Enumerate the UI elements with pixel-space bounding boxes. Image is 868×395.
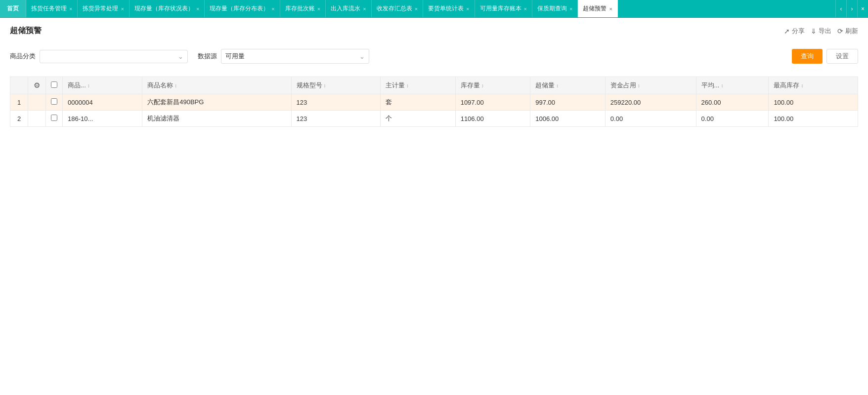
row-product_code-2: 186-10...	[63, 111, 142, 127]
nav-tab-close[interactable]: ×	[569, 6, 572, 12]
row-overstock-1: 997.00	[530, 94, 606, 111]
nav-tab------[interactable]: 库存批次账×	[280, 0, 326, 18]
nav-tab-----[interactable]: 超储预警×	[578, 0, 617, 18]
nav-tab-label: 拣货异常处理	[83, 4, 118, 13]
export-icon: ⇓	[811, 27, 817, 35]
row-checkbox-1[interactable]	[46, 94, 63, 111]
page-header: 超储预警 ➚ 分享 ⇓ 导出 ⟳ 刷新	[10, 26, 858, 36]
nav-tab-----------[interactable]: 现存量（库存状况表）×	[130, 0, 205, 18]
col-num	[10, 77, 28, 94]
col-header-capital[interactable]: 资金占用↕	[605, 77, 696, 94]
nav-tabs: 拣货任务管理×拣货异常处理×现存量（库存状况表）×现存量（库存分布表）×库存批次…	[26, 0, 835, 18]
nav-arrow-left[interactable]: ‹	[835, 0, 846, 18]
nav-tab-label: 要货单统计表	[428, 4, 464, 13]
nav-tab-close[interactable]: ×	[121, 6, 124, 12]
nav-tab-close[interactable]: ×	[466, 6, 469, 12]
nav-tab-------[interactable]: 拣货任务管理×	[26, 0, 78, 18]
sort-icon-spec[interactable]: ↕	[324, 83, 326, 88]
nav-tab-label: 可用量库存账本	[480, 4, 521, 13]
export-button[interactable]: ⇓ 导出	[811, 27, 831, 36]
share-label: 分享	[792, 27, 805, 36]
datasource-select[interactable]: 可用量 ⌄	[221, 49, 369, 64]
category-select[interactable]: ⌄	[40, 50, 188, 63]
filter-category: 商品分类 ⌄	[10, 50, 188, 63]
col-header-product_code[interactable]: 商品...↕	[63, 77, 142, 94]
query-button[interactable]: 查询	[792, 49, 823, 64]
row-select-1[interactable]	[51, 98, 57, 105]
page-content: 超储预警 ➚ 分享 ⇓ 导出 ⟳ 刷新 商品分类 ⌄ 数据源	[0, 18, 868, 395]
row-product_name-1: 六配套新昌490BPG	[142, 94, 291, 111]
col-header-avg[interactable]: 平均...↕	[696, 77, 769, 94]
nav-tab-close[interactable]: ×	[524, 6, 527, 12]
nav-tab-label: 保质期查询	[537, 4, 567, 13]
settings-button[interactable]: 设置	[826, 49, 858, 64]
sort-icon-avg[interactable]: ↕	[721, 83, 723, 88]
category-label: 商品分类	[10, 52, 36, 61]
nav-arrow-right[interactable]: ›	[846, 0, 857, 18]
sort-icon-max_stock[interactable]: ↕	[801, 83, 803, 88]
nav-tab-label: 收发存汇总表	[377, 4, 412, 13]
refresh-button[interactable]: ⟳ 刷新	[837, 27, 858, 36]
page-title: 超储预警	[10, 26, 42, 36]
row-capital-1: 259220.00	[605, 94, 696, 111]
data-table: ⚙商品...↕商品名称↕规格型号↕主计量↕库存量↕超储量↕资金占用↕平均...↕…	[10, 77, 858, 127]
datasource-dropdown-icon: ⌄	[359, 53, 365, 60]
nav-tab-close[interactable]: ×	[69, 6, 72, 12]
category-dropdown-icon: ⌄	[178, 53, 183, 60]
nav-tab-close[interactable]: ×	[363, 6, 366, 12]
col-header-max_stock[interactable]: 最高库存↕	[769, 77, 858, 94]
sort-icon-capital[interactable]: ↕	[638, 83, 640, 88]
col-header-product_name[interactable]: 商品名称↕	[142, 77, 291, 94]
sort-icon-product_name[interactable]: ↕	[174, 83, 177, 88]
row-checkbox-2[interactable]	[46, 111, 63, 127]
nav-tab-------[interactable]: 要货单统计表×	[423, 0, 475, 18]
sort-icon-overstock[interactable]: ↕	[556, 83, 559, 88]
col-header-stock[interactable]: 库存量↕	[455, 77, 530, 94]
col-header-overstock[interactable]: 超储量↕	[530, 77, 606, 94]
gear-settings-icon[interactable]: ⚙	[34, 81, 40, 89]
nav-tab-------[interactable]: 拣货异常处理×	[78, 0, 129, 18]
col-label-overstock: 超储量	[535, 81, 555, 89]
select-all-checkbox[interactable]	[51, 81, 57, 88]
row-unit-1: 套	[381, 94, 456, 111]
row-gear-2	[28, 111, 46, 127]
table-row: 10000004六配套新昌490BPG123套1097.00997.002592…	[10, 94, 858, 111]
row-gear-1	[28, 94, 46, 111]
filter-area: 商品分类 ⌄ 数据源 可用量 ⌄ 查询 设置	[10, 44, 858, 69]
table-head: ⚙商品...↕商品名称↕规格型号↕主计量↕库存量↕超储量↕资金占用↕平均...↕…	[10, 77, 858, 94]
nav-tab------[interactable]: 出入库流水×	[326, 0, 371, 18]
col-label-unit: 主计量	[386, 81, 405, 89]
sort-icon-unit[interactable]: ↕	[406, 83, 409, 88]
share-icon: ➚	[784, 27, 790, 35]
nav-tab-close[interactable]: ×	[415, 6, 418, 12]
nav-tab--------[interactable]: 可用量库存账本×	[475, 0, 532, 18]
nav-tab-label: 现存量（库存分布表）	[210, 4, 269, 13]
nav-tab-close[interactable]: ×	[609, 6, 612, 12]
share-button[interactable]: ➚ 分享	[784, 27, 805, 36]
row-stock-1: 1097.00	[455, 94, 530, 111]
nav-tab-label: 超储预警	[583, 4, 607, 13]
filter-datasource: 数据源 可用量 ⌄	[198, 49, 369, 64]
nav-tab------[interactable]: 保质期查询×	[532, 0, 578, 18]
sort-icon-stock[interactable]: ↕	[481, 83, 484, 88]
nav-tab-close[interactable]: ×	[271, 6, 274, 12]
col-header-unit[interactable]: 主计量↕	[381, 77, 456, 94]
row-select-2[interactable]	[51, 115, 57, 121]
header-actions: ➚ 分享 ⇓ 导出 ⟳ 刷新	[784, 27, 858, 36]
row-avg-2: 0.00	[696, 111, 769, 127]
sort-icon-product_code[interactable]: ↕	[87, 83, 90, 88]
nav-tab-home[interactable]: 首页	[0, 0, 26, 18]
row-overstock-2: 1006.00	[530, 111, 606, 127]
nav-arrow-close[interactable]: ×	[857, 0, 868, 18]
filter-actions: 查询 设置	[792, 49, 858, 64]
nav-tab-------[interactable]: 收发存汇总表×	[372, 0, 423, 18]
row-max_stock-1: 100.00	[769, 94, 858, 111]
row-num-1: 1	[10, 94, 28, 111]
row-max_stock-2: 100.00	[769, 111, 858, 127]
col-header-spec[interactable]: 规格型号↕	[291, 77, 381, 94]
export-label: 导出	[819, 27, 831, 36]
nav-tab-close[interactable]: ×	[196, 6, 199, 12]
nav-tab-close[interactable]: ×	[317, 6, 320, 12]
nav-tab-label: 现存量（库存状况表）	[134, 4, 194, 13]
nav-tab-----------[interactable]: 现存量（库存分布表）×	[205, 0, 280, 18]
